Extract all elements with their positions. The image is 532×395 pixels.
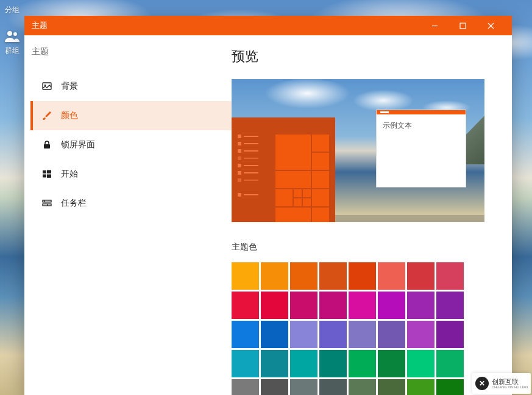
nav-label: 颜色 — [61, 110, 78, 121]
app-left-rail: 分组 群组 — [0, 0, 24, 395]
nav-label: 锁屏界面 — [61, 139, 95, 150]
color-swatch[interactable] — [436, 350, 464, 377]
nav-item-taskbar[interactable]: 任务栏 — [30, 189, 232, 218]
color-swatch[interactable] — [407, 321, 434, 348]
svg-rect-13 — [43, 200, 51, 202]
people-icon[interactable] — [5, 30, 20, 42]
color-swatch[interactable] — [261, 292, 288, 319]
preview-taskbar — [335, 215, 484, 222]
svg-rect-14 — [43, 204, 51, 206]
nav-item-background[interactable]: 背景 — [30, 72, 232, 101]
nav-label: 背景 — [61, 81, 78, 92]
theme-color-label: 主题色 — [232, 242, 512, 253]
sidebar-header: 主题 — [30, 46, 232, 57]
picture-icon — [41, 81, 52, 92]
color-swatch[interactable] — [232, 379, 259, 395]
color-swatch[interactable] — [319, 350, 347, 377]
color-swatch[interactable] — [290, 379, 317, 395]
watermark-text: 创新互联 — [492, 379, 528, 385]
svg-rect-3 — [460, 23, 466, 29]
group-partial-label: 分组 — [0, 5, 24, 15]
window-body: 主题 背景 颜色 锁屏界面 — [24, 35, 512, 395]
lock-icon — [41, 139, 52, 150]
color-swatch[interactable] — [232, 321, 259, 348]
start-icon — [41, 169, 52, 180]
color-swatch[interactable] — [407, 350, 434, 377]
svg-rect-12 — [47, 175, 51, 178]
nav-item-color[interactable]: 颜色 — [30, 101, 232, 130]
svg-point-0 — [7, 31, 12, 36]
maximize-button[interactable] — [449, 16, 477, 35]
color-swatch[interactable] — [319, 321, 347, 348]
settings-sidebar: 主题 背景 颜色 锁屏界面 — [24, 35, 232, 395]
color-swatch[interactable] — [290, 262, 317, 290]
color-swatch[interactable] — [378, 262, 405, 290]
window-title: 主题 — [32, 20, 420, 31]
color-swatch[interactable] — [349, 321, 376, 348]
color-swatch[interactable] — [378, 292, 405, 319]
color-swatch[interactable] — [349, 262, 376, 290]
svg-rect-9 — [43, 170, 46, 173]
close-button[interactable] — [477, 16, 505, 35]
color-swatch[interactable] — [232, 262, 259, 290]
color-swatch[interactable] — [378, 350, 405, 377]
color-swatch[interactable] — [378, 379, 405, 395]
color-swatch[interactable] — [407, 292, 434, 319]
preview-start-menu — [232, 117, 335, 222]
color-swatch[interactable] — [261, 379, 288, 395]
svg-rect-11 — [43, 175, 46, 178]
color-swatch[interactable] — [436, 321, 464, 348]
color-swatch[interactable] — [232, 350, 259, 377]
color-swatch[interactable] — [261, 262, 288, 290]
preview-sample-window: 示例文本 — [376, 110, 466, 187]
nav-label: 任务栏 — [61, 198, 87, 209]
color-swatch[interactable] — [436, 292, 464, 319]
color-swatch[interactable] — [290, 292, 317, 319]
color-swatch[interactable] — [261, 321, 288, 348]
color-swatch[interactable] — [349, 292, 376, 319]
preview-start-tiles — [275, 135, 329, 222]
svg-point-1 — [13, 32, 17, 36]
taskbar-icon — [41, 198, 52, 209]
svg-rect-8 — [44, 144, 50, 149]
window-titlebar[interactable]: 主题 — [24, 16, 512, 35]
color-swatch[interactable] — [290, 350, 317, 377]
color-swatch[interactable] — [349, 379, 376, 395]
color-swatch[interactable] — [319, 379, 347, 395]
watermark-badge: ✕ 创新互联 CHUANG XIN HU LIAN — [472, 373, 531, 394]
watermark-logo-icon: ✕ — [475, 377, 489, 390]
color-swatch[interactable] — [436, 262, 464, 290]
brush-icon — [41, 110, 52, 121]
watermark-subtext: CHUANG XIN HU LIAN — [492, 385, 528, 389]
minimize-button[interactable] — [420, 16, 449, 35]
nav-label: 开始 — [61, 169, 78, 180]
preview-start-list — [238, 135, 258, 200]
color-swatch[interactable] — [319, 262, 347, 290]
color-swatch[interactable] — [290, 321, 317, 348]
group-label: 群组 — [0, 46, 24, 56]
color-swatch[interactable] — [232, 292, 259, 319]
theme-settings-window: 主题 主题 背景 — [24, 16, 512, 395]
svg-rect-10 — [47, 170, 51, 174]
color-swatch[interactable] — [407, 262, 434, 290]
nav-item-lockscreen[interactable]: 锁屏界面 — [30, 130, 232, 159]
color-palette — [232, 262, 484, 395]
window-controls — [420, 16, 505, 35]
sample-text: 示例文本 — [377, 114, 466, 137]
color-swatch[interactable] — [378, 321, 405, 348]
nav-list: 背景 颜色 锁屏界面 — [30, 72, 232, 218]
color-swatch[interactable] — [436, 379, 464, 395]
preview-window-titlebar — [377, 110, 466, 114]
svg-point-7 — [44, 85, 46, 86]
color-swatch[interactable] — [261, 350, 288, 377]
color-swatch[interactable] — [319, 292, 347, 319]
color-swatch[interactable] — [407, 379, 434, 395]
preview-heading: 预览 — [232, 47, 512, 66]
content-area: 预览 — [232, 35, 512, 395]
nav-item-start[interactable]: 开始 — [30, 159, 232, 189]
color-swatch[interactable] — [349, 350, 376, 377]
theme-preview: 示例文本 — [232, 79, 484, 222]
